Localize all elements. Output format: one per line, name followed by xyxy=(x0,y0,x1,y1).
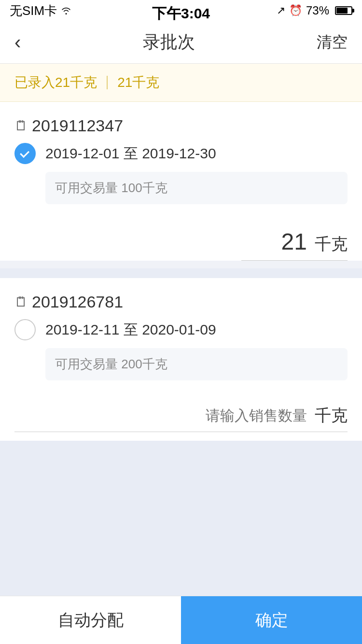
batch1-amount-row: 21 千克 xyxy=(14,224,348,260)
batch2-card: 🗒 2019126781 2019-12-11 至 2020-01-09 可用交… xyxy=(0,278,362,400)
total-amount: 21千克 xyxy=(117,73,159,92)
batch1-amount-unit: 千克 xyxy=(315,233,348,255)
batch1-header: 🗒 2019112347 xyxy=(14,116,348,135)
wifi-icon xyxy=(61,7,71,14)
batch2-date-range: 2019-12-11 至 2020-01-09 xyxy=(45,320,216,340)
batch2-row: 2019-12-11 至 2020-01-09 xyxy=(14,319,348,340)
batch1-available: 可用交易量 100千克 xyxy=(45,172,348,204)
status-carrier: 无SIM卡 xyxy=(10,2,71,19)
page-title: 录批次 xyxy=(143,30,195,54)
alarm-icon: ⏰ xyxy=(289,4,302,17)
batch2-id: 2019126781 xyxy=(32,293,123,311)
back-button[interactable]: ‹ xyxy=(14,31,21,53)
auto-distribute-button[interactable]: 自动分配 xyxy=(0,596,181,644)
location-icon: ↗ xyxy=(277,4,285,17)
batch2-radio[interactable] xyxy=(14,319,36,340)
nav-bar: ‹ 录批次 清空 xyxy=(0,21,362,64)
batch1-amount-section: 21 千克 xyxy=(0,224,362,261)
status-indicators: ↗ ⏰ 73% xyxy=(277,4,352,17)
batch2-underline xyxy=(14,432,348,432)
status-bar: 无SIM卡 下午3:04 ↗ ⏰ 73% xyxy=(0,0,362,21)
batch1-date-range: 2019-12-01 至 2019-12-30 xyxy=(45,144,216,164)
batch2-available: 可用交易量 200千克 xyxy=(45,348,348,380)
batch2-input-row: 千克 xyxy=(14,400,348,432)
battery-icon xyxy=(335,6,352,15)
batch2-icon: 🗒 xyxy=(14,294,28,310)
batch1-radio[interactable] xyxy=(14,143,36,164)
banner-divider xyxy=(107,76,108,89)
batch2-unit: 千克 xyxy=(315,405,348,427)
batch1-id: 2019112347 xyxy=(32,116,123,135)
batch1-row: 2019-12-01 至 2019-12-30 xyxy=(14,143,348,164)
recorded-amount: 已录入21千克 xyxy=(14,73,97,92)
sale-quantity-input[interactable] xyxy=(14,407,307,424)
batch1-amount-value: 21 xyxy=(281,228,307,255)
batch2-input-section: 千克 xyxy=(0,400,362,441)
batch1-underline xyxy=(241,260,348,261)
batch1-icon: 🗒 xyxy=(14,118,28,134)
bottom-bar: 自动分配 确定 xyxy=(0,596,362,644)
batch2-header: 🗒 2019126781 xyxy=(14,293,348,311)
confirm-button[interactable]: 确定 xyxy=(181,596,362,644)
batch1-card: 🗒 2019112347 2019-12-01 至 2019-12-30 可用交… xyxy=(0,102,362,224)
status-time: 下午3:04 xyxy=(152,4,210,24)
info-banner: 已录入21千克 21千克 xyxy=(0,64,362,102)
clear-button[interactable]: 清空 xyxy=(317,32,348,53)
section-separator xyxy=(0,268,362,278)
